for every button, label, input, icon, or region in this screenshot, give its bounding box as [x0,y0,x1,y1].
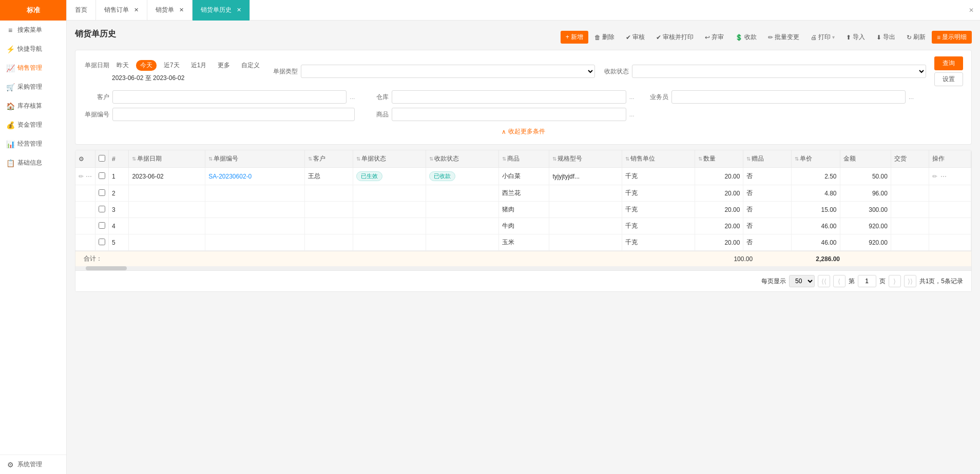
th-customer[interactable]: ⇅客户 [305,150,353,168]
th-goods[interactable]: ⇅商品 [499,150,549,168]
query-button[interactable]: 查询 [934,56,963,70]
sidebar-item-operations[interactable]: 📊 经营管理 [0,134,66,153]
salesperson-input[interactable] [671,90,906,104]
tab-sales-goods[interactable]: 销货单 ✕ [147,0,193,21]
sidebar-item-finance[interactable]: 💰 资金管理 [0,115,66,134]
tab-sales-order[interactable]: 销售订单 ✕ [96,0,147,21]
page-next-button[interactable]: ⟩ [889,275,901,287]
import-button[interactable]: ⬆ 导入 [841,31,870,44]
td-customer: 王总 [305,168,353,185]
th-doc-num[interactable]: ⇅单据编号 [205,150,305,168]
td-goods: 小白菜 [499,168,549,185]
sidebar-item-sales-mgmt[interactable]: 📈 销售管理 [0,58,66,77]
date-shortcut-yesterday[interactable]: 昨天 [112,60,133,71]
delete-button[interactable]: 🗑 删除 [589,31,620,44]
page-first-button[interactable]: ⟨⟨ [818,275,830,287]
th-gift[interactable]: ⇅赠品 [743,150,792,168]
sort-doc-date-icon: ⇅ [132,156,136,162]
th-spec-type[interactable]: ⇅规格型号 [549,150,622,168]
abandon-icon: ↩ [705,34,710,41]
collapse-filter-btn[interactable]: ∧ 收起更多条件 [499,125,547,138]
print-button[interactable]: 🖨 打印 ▾ [805,31,840,44]
abandon-button[interactable]: ↩ 弃审 [700,31,729,44]
td-gear [75,185,95,202]
tab-sales-order-close[interactable]: ✕ [134,7,139,13]
scrollbar-thumb[interactable] [86,266,127,270]
row-checkbox[interactable] [99,189,105,196]
sidebar-item-sys-mgmt[interactable]: ⚙ 系统管理 [0,455,66,474]
date-shortcut-7days[interactable]: 近7天 [160,60,184,71]
sidebar-item-search-menu[interactable]: ≡ 搜索菜单 [0,21,66,40]
audit-button[interactable]: ✔ 审核 [621,31,650,44]
customer-input[interactable] [112,90,347,104]
td-gift: 否 [743,202,792,218]
doc-type-select[interactable] [301,65,595,78]
collect-status-select[interactable] [632,65,926,78]
doc-num-link[interactable]: SA-20230602-0 [208,173,252,180]
audit-print-button[interactable]: ✔ 审核并打印 [651,31,699,44]
doc-num-input[interactable] [112,108,355,121]
warehouse-input[interactable] [392,90,626,104]
action-edit-icon[interactable]: ✏ [932,173,937,180]
collect-button[interactable]: 💲 收款 [730,31,762,44]
tab-home[interactable]: 首页 [67,0,96,21]
set-button[interactable]: 设置 [934,72,963,86]
per-page-select[interactable]: 50 100 [789,275,815,287]
goods-input[interactable] [392,108,626,121]
th-doc-date[interactable]: ⇅单据日期 [129,150,205,168]
new-button[interactable]: + 新增 [561,31,588,44]
table-footer: 合计： 100.00 2,286.00 [75,251,971,266]
sidebar-item-purchase-mgmt[interactable]: 🛒 采购管理 [0,77,66,96]
delete-icon: 🗑 [594,34,601,41]
date-shortcut-more[interactable]: 更多 [214,60,234,71]
horizontal-scrollbar[interactable] [75,266,971,270]
row-checkbox[interactable] [99,222,105,229]
th-sales-unit[interactable]: ⇅销售单位 [622,150,695,168]
customer-dots[interactable]: ... [350,93,355,101]
more-row-icon[interactable]: ⋯ [86,173,92,180]
th-doc-status[interactable]: ⇅单据状态 [353,150,426,168]
salesperson-dots[interactable]: ... [909,93,914,101]
sidebar-item-inventory[interactable]: 🏠 库存核算 [0,96,66,115]
th-quantity[interactable]: ⇅数量 [695,150,743,168]
tab-sales-goods-close[interactable]: ✕ [179,7,184,13]
date-shortcut-custom[interactable]: 自定义 [237,60,264,71]
row-checkbox[interactable] [99,172,105,179]
tab-sales-history-close[interactable]: ✕ [237,7,241,13]
filter-doc-type: 单据类型 [272,65,595,78]
salesperson-label: 业务员 [643,93,668,102]
current-page-input[interactable] [858,275,876,287]
row-checkbox[interactable] [99,206,105,212]
td-action [929,234,971,251]
td-transaction [891,168,929,185]
th-unit-price[interactable]: ⇅单价 [792,150,840,168]
refresh-button[interactable]: ↻ 刷新 [901,31,931,44]
page-prev-button[interactable]: ⟨ [833,275,846,287]
row-checkbox[interactable] [99,239,105,245]
sidebar-item-basic-info[interactable]: 📋 基础信息 [0,153,66,172]
td-doc-status: 已生效 [353,168,426,185]
table-row: 4牛肉千克20.00否46.00920.00 [75,218,971,234]
collapse-arrow-icon: ∧ [502,128,506,135]
goods-dots[interactable]: ... [629,111,635,118]
page-last-button[interactable]: ⟩⟩ [904,275,916,287]
show-detail-button[interactable]: ≡ 显示明细 [932,31,972,44]
batch-change-button[interactable]: ✏ 批量变更 [763,31,804,44]
date-shortcut-1month[interactable]: 近1月 [187,60,211,71]
filter-row-3: 单据编号 商品 ... [84,108,963,121]
select-all-checkbox[interactable] [99,155,105,162]
main-area: 首页 销售订单 ✕ 销货单 ✕ 销货单历史 ✕ ✕ 销货单历史 + 新增 🗑 [67,0,980,474]
td-unit-price: 4.80 [792,185,840,202]
th-pay-status[interactable]: ⇅收款状态 [426,150,499,168]
action-more-icon[interactable]: ⋯ [940,173,947,180]
export-button[interactable]: ⬇ 导出 [871,31,900,44]
tab-sales-history[interactable]: 销货单历史 ✕ [193,0,250,21]
edit-row-icon[interactable]: ✏ [79,173,84,180]
date-shortcut-today[interactable]: 今天 [136,60,157,71]
th-gear[interactable]: ⚙ [75,150,95,168]
sort-gift-icon: ⇅ [746,156,751,162]
sidebar-item-quick-nav[interactable]: ⚡ 快捷导航 [0,40,66,58]
filter-customer: 客户 ... [84,90,355,104]
tab-bar-close-all[interactable]: ✕ [963,7,980,14]
warehouse-dots[interactable]: ... [629,93,635,101]
